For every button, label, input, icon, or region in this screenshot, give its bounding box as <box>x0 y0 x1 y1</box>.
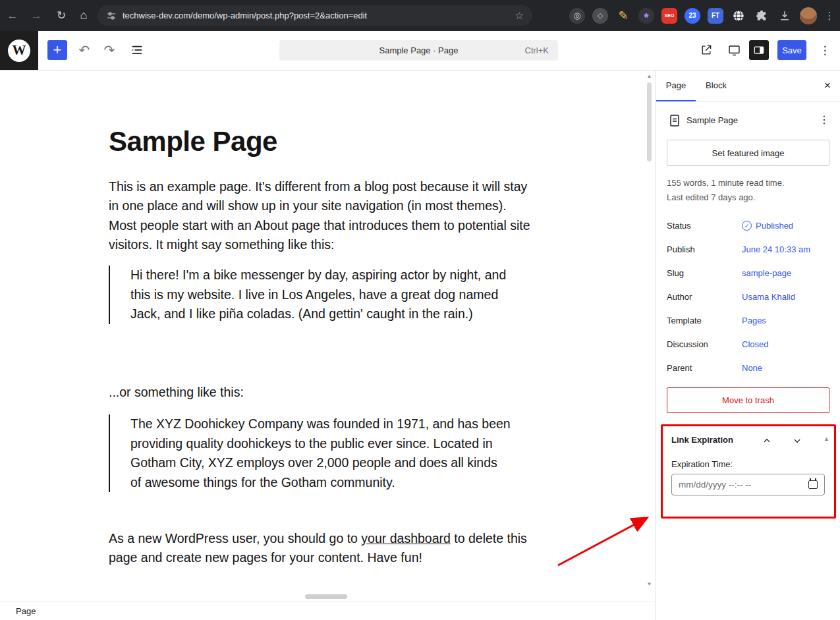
tab-page[interactable]: Page <box>656 70 696 101</box>
downloads-icon[interactable] <box>777 8 793 24</box>
preview-button[interactable] <box>723 40 744 60</box>
bookmark-star-icon[interactable]: ☆ <box>515 10 524 22</box>
redo-button[interactable]: ↷ <box>99 40 120 60</box>
editor-options-menu-button[interactable]: ⋮ <box>814 40 835 60</box>
discussion-label: Discussion <box>667 339 708 349</box>
published-check-icon: ✓ <box>742 221 752 231</box>
seo-extension-icon[interactable]: SEO <box>661 8 677 24</box>
document-actions-menu-button[interactable]: ⋮ <box>819 113 829 126</box>
discussion-row: Discussion Closed <box>656 333 840 356</box>
template-value-button[interactable]: Pages <box>742 316 766 325</box>
score-badge-extension-icon[interactable]: 23 <box>685 8 700 24</box>
template-label: Template <box>667 316 702 325</box>
profile-avatar[interactable] <box>800 7 817 24</box>
expiration-datetime-input[interactable]: mm/dd/yyyy --:-- -- <box>671 474 825 495</box>
status-row: Status ✓Published <box>656 214 840 238</box>
post-title[interactable]: Sample Page <box>109 126 277 157</box>
browser-home-button[interactable]: ⌂ <box>72 0 95 31</box>
page-document-icon <box>667 113 683 131</box>
slug-row: Slug sample-page <box>656 262 840 285</box>
document-title: Sample Page <box>686 115 738 125</box>
block-breadcrumb-bar: Page <box>0 602 656 620</box>
command-palette-button[interactable]: Sample Page · Page Ctrl+K <box>279 40 558 61</box>
status-value-text: Published <box>756 221 793 231</box>
document-overview-button[interactable] <box>126 40 148 60</box>
status-label: Status <box>667 221 691 231</box>
url-text: techwise-dev.com/demo/wp-admin/post.php?… <box>123 11 515 20</box>
scroll-down-icon[interactable]: ▼ <box>644 581 654 587</box>
publish-row: Publish June 24 10:33 am <box>656 238 840 262</box>
expiration-time-label: Expiration Time: <box>671 459 733 469</box>
globe-extension-icon[interactable] <box>731 8 746 24</box>
sidebar-tabs: Page Block × <box>656 70 840 101</box>
chevron-up-icon[interactable] <box>759 433 775 449</box>
address-bar[interactable]: techwise-dev.com/demo/wp-admin/post.php?… <box>98 5 532 26</box>
wordpress-logo-button[interactable]: W <box>0 31 38 70</box>
author-label: Author <box>667 292 692 302</box>
save-button[interactable]: Save <box>777 40 806 60</box>
parent-label: Parent <box>667 363 692 373</box>
link-expiration-title: Link Expiration <box>671 435 733 445</box>
calendar-picker-icon[interactable] <box>808 480 818 489</box>
undo-button[interactable]: ↶ <box>74 40 95 60</box>
author-row: Author Usama Khalid <box>656 285 840 309</box>
document-title-label: Sample Page · Page <box>379 45 459 55</box>
screenshot-extension-icon[interactable]: ◎ <box>569 8 585 24</box>
browser-forward-button[interactable]: → <box>25 0 47 31</box>
document-settings-rows: Status ✓Published Publish June 24 10:33 … <box>656 214 840 380</box>
annotation-highlight-box: Link Expiration ▲ Expiration Time: mm/dd… <box>661 424 836 519</box>
template-row: Template Pages <box>656 309 840 333</box>
browser-menu-button[interactable]: ⋮ <box>824 8 835 24</box>
settings-sidebar: Page Block × Sample Page ⋮ Set featured … <box>656 70 840 620</box>
site-info-icon[interactable] <box>106 11 117 21</box>
parent-row: Parent None <box>656 356 840 380</box>
paragraph-block[interactable]: ...or something like this: <box>109 383 537 403</box>
paragraph-block[interactable]: As a new WordPress user, you should go t… <box>109 529 537 568</box>
settings-sidebar-toggle[interactable] <box>749 40 769 60</box>
ft-extension-icon[interactable]: FT <box>708 8 723 24</box>
scroll-up-icon[interactable]: ▲ <box>644 73 654 79</box>
chevron-down-icon[interactable] <box>789 433 805 449</box>
status-value-button[interactable]: ✓Published <box>742 221 793 231</box>
editor-canvas: Sample Page This is an example page. It'… <box>0 70 656 602</box>
set-featured-image-button[interactable]: Set featured image <box>667 140 829 166</box>
parent-value-button[interactable]: None <box>742 363 762 373</box>
extension-area: ◎ ◇ ✎ * SEO 23 FT ⋮ <box>569 0 835 31</box>
canvas-scrollbar[interactable]: ▲ ▼ <box>644 70 654 592</box>
discussion-value-button[interactable]: Closed <box>742 339 768 349</box>
browser-back-button[interactable]: ← <box>1 0 24 31</box>
datetime-placeholder: mm/dd/yyyy --:-- -- <box>679 480 751 490</box>
quote-block[interactable]: Hi there! I'm a bike messenger by day, a… <box>109 266 511 324</box>
screen: ← → ↻ ⌂ techwise-dev.com/demo/wp-admin/p… <box>0 0 840 620</box>
scrollbar-thumb[interactable] <box>647 82 652 161</box>
editor-header: W + ↶ ↷ Sample Page · Page Ctrl+K Save ⋮ <box>0 31 840 70</box>
view-page-external-button[interactable] <box>696 40 717 60</box>
pencil-extension-icon[interactable]: ✎ <box>615 8 631 24</box>
browser-refresh-button[interactable]: ↻ <box>50 0 72 31</box>
wordpress-logo-icon: W <box>8 40 30 62</box>
browser-toolbar: ← → ↻ ⌂ techwise-dev.com/demo/wp-admin/p… <box>0 0 840 31</box>
purple-star-extension-icon[interactable]: * <box>638 8 654 24</box>
shortcut-hint: Ctrl+K <box>525 45 549 55</box>
publish-label: Publish <box>667 244 695 254</box>
breadcrumb-page[interactable]: Page <box>16 606 36 616</box>
panel-collapse-toggle-icon[interactable]: ▲ <box>824 436 829 442</box>
close-sidebar-icon[interactable]: × <box>824 79 831 92</box>
slug-value-button[interactable]: sample-page <box>742 268 791 278</box>
author-value-button[interactable]: Usama Khalid <box>742 292 795 302</box>
word-count-text: 155 words, 1 minute read time. <box>667 178 784 188</box>
publish-value-button[interactable]: June 24 10:33 am <box>742 244 810 254</box>
gray-extension-icon[interactable]: ◇ <box>592 8 608 24</box>
move-to-trash-button[interactable]: Move to trash <box>667 387 829 413</box>
paragraph-block[interactable]: This is an example page. It's different … <box>109 177 537 255</box>
quote-block[interactable]: The XYZ Doohickey Company was founded in… <box>109 414 511 492</box>
canvas-resize-handle[interactable] <box>305 594 347 599</box>
last-edited-text: Last edited 7 days ago. <box>667 192 755 202</box>
block-inserter-button[interactable]: + <box>47 40 67 60</box>
slug-label: Slug <box>667 268 684 278</box>
dashboard-link[interactable]: your dashboard <box>361 531 451 546</box>
tab-block[interactable]: Block <box>696 70 737 101</box>
paragraph-text: As a new WordPress user, you should go t… <box>109 531 361 546</box>
document-summary-row: Sample Page ⋮ <box>656 101 840 140</box>
extensions-puzzle-icon[interactable] <box>754 8 770 24</box>
